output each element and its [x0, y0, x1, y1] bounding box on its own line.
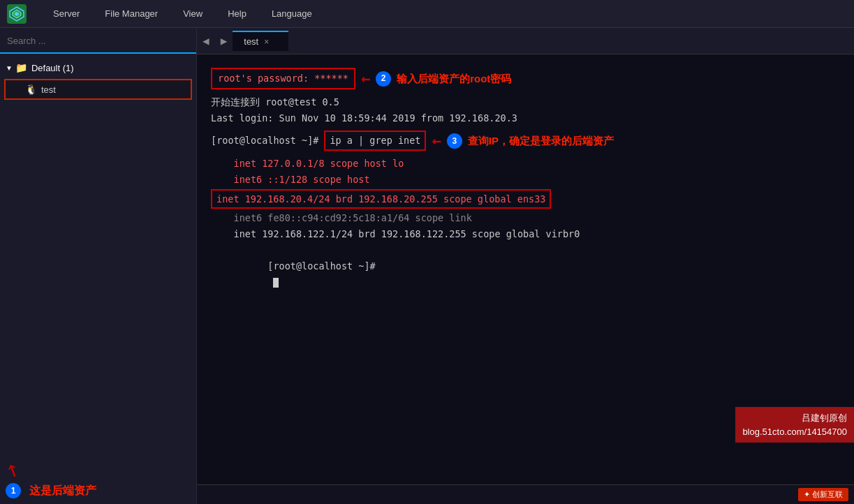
annotation-1-num: 1	[6, 483, 21, 498]
brand-text: ✦ 创新互联	[804, 489, 843, 500]
brand-badge: ✦ 创新互联	[798, 488, 848, 501]
app-logo	[7, 4, 27, 24]
cursor	[273, 278, 279, 288]
inet2-line: inet 192.168.122.1/24 brd 192.168.122.25…	[211, 226, 840, 242]
inet1-line: inet 127.0.0.1/8 scope host lo	[211, 156, 840, 172]
watermark-line2: blog.51cto.com/14154700	[742, 425, 847, 439]
linux-icon: 🐧	[25, 84, 37, 95]
tree-group-label: Default (1)	[31, 63, 74, 73]
arrow-right-icon: ←	[361, 66, 370, 91]
menu-server[interactable]: Server	[47, 6, 85, 22]
annotation-2-num: 2	[376, 71, 391, 87]
arrow-right-icon-2: ←	[432, 128, 441, 154]
main-container: ▼ 📁 Default (1) 🐧 test ↑ 1 这是后端资产	[0, 28, 854, 504]
annotation-3-text: 查询IP，确定是登录的后端资产	[468, 132, 614, 150]
password-box: root's password: ******	[211, 68, 355, 89]
annotation-1-area: ↑ 1 这是后端资产	[0, 452, 196, 504]
cmd-box: ip a | grep inet	[324, 131, 426, 151]
inet-highlighted-box: inet 192.168.20.4/24 brd 192.168.20.255 …	[211, 189, 551, 209]
watermark: 吕建钊原创 blog.51cto.com/14154700	[735, 407, 854, 443]
tree-group-default[interactable]: ▼ 📁 Default (1)	[0, 59, 196, 76]
tab-test[interactable]: test ×	[233, 31, 288, 51]
folder-icon: 📁	[15, 62, 27, 73]
terminal-content: root's password: ****** ← 2 输入后端资产的root密…	[211, 66, 840, 306]
search-box[interactable]	[0, 28, 196, 54]
tab-close-button[interactable]: ×	[264, 37, 269, 47]
up-arrow-icon: ↑	[2, 457, 22, 482]
sidebar-tree: ▼ 📁 Default (1) 🐧 test	[0, 54, 196, 452]
tab-label: test	[244, 36, 258, 47]
annotation-3-num: 3	[447, 133, 462, 149]
inet-highlighted-row: inet 192.168.20.4/24 brd 192.168.20.255 …	[211, 189, 840, 209]
cmd-line-row: [root@localhost ~]# ip a | grep inet ← 3…	[211, 128, 840, 154]
terminal[interactable]: root's password: ****** ← 2 输入后端资产的root密…	[197, 54, 854, 484]
annotation-1-text: 这是后端资产	[29, 484, 96, 498]
connect-line: 开始连接到 root@test 0.5	[211, 94, 840, 110]
last-login-line: Last login: Sun Nov 10 18:59:44 2019 fro…	[211, 110, 840, 126]
sidebar-item-test[interactable]: 🐧 test	[4, 79, 192, 100]
menu-view[interactable]: View	[177, 6, 208, 22]
tab-bar: ◀ ▶ test ×	[197, 28, 854, 54]
menubar: Server File Manager View Help Language	[0, 0, 854, 28]
final-prompt: [root@localhost ~]#	[211, 242, 840, 306]
menu-filemanager[interactable]: File Manager	[99, 6, 163, 22]
content-area: ◀ ▶ test × root's password: ****** ← 2 输…	[197, 28, 854, 504]
inet6-1-line: inet6 ::1/128 scope host	[211, 172, 840, 188]
tab-nav-left[interactable]: ◀	[197, 34, 215, 47]
chevron-down-icon: ▼	[6, 64, 13, 72]
menu-language[interactable]: Language	[266, 6, 318, 22]
sidebar: ▼ 📁 Default (1) 🐧 test ↑ 1 这是后端资产	[0, 28, 197, 504]
search-input[interactable]	[7, 36, 189, 46]
watermark-line1: 吕建钊原创	[742, 411, 847, 425]
bottom-bar: ✦ 创新互联	[197, 484, 854, 504]
tab-nav-right[interactable]: ▶	[215, 34, 233, 47]
password-line-row: root's password: ****** ← 2 输入后端资产的root密…	[211, 66, 840, 91]
sidebar-item-label: test	[41, 84, 56, 95]
annotation-2-text: 输入后端资产的root密码	[397, 70, 511, 88]
inet6-2-line: inet6 fe80::c94:cd92:5c18:a1/64 scope li…	[211, 210, 840, 226]
menu-help[interactable]: Help	[222, 6, 252, 22]
prompt-1: [root@localhost ~]#	[211, 133, 318, 149]
